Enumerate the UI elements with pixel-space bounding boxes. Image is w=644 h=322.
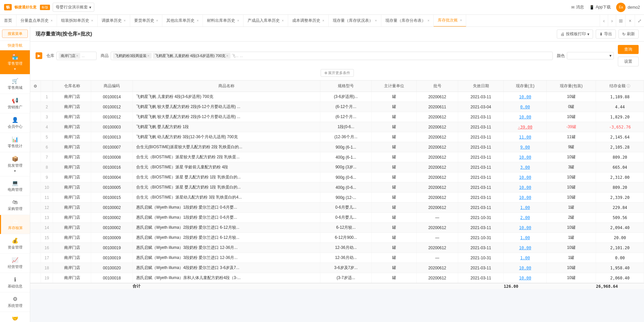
close-icon[interactable]: × <box>197 19 199 22</box>
td-product-name: 合生元（BIOSTIME）派星 婴儿配方奶粉 1段 乳铁蛋白的... <box>132 182 320 193</box>
td-expiry-date: 2021-03-11 <box>458 142 504 152</box>
user-area[interactable]: Ea demo2 <box>616 3 640 12</box>
sidebar-item-marketing[interactable]: 📢 营销推广 <box>0 94 30 113</box>
td-stock-main[interactable]: 10.00 <box>504 182 547 193</box>
td-stock-main[interactable]: 10.00 <box>504 243 547 253</box>
sidebar-item-operations[interactable]: 📈 经营管理 <box>0 254 30 273</box>
basic-info-icon: ℹ <box>14 276 16 283</box>
td-stock-main[interactable]: 10.00 <box>504 152 547 162</box>
close-icon[interactable]: × <box>322 19 324 22</box>
sidebar-item-retail-mall[interactable]: 🛒 零售商城 <box>0 74 30 94</box>
td-expiry-date: 2021-03-11 <box>458 273 504 283</box>
remove-tag-icon[interactable]: × <box>226 54 228 58</box>
refresh-btn[interactable]: ↻ 刷新 <box>619 30 639 39</box>
td-stock-main[interactable]: 10.00 <box>504 273 547 283</box>
close-icon[interactable]: × <box>156 19 158 22</box>
close-icon[interactable]: × <box>460 18 462 22</box>
td-stock-main[interactable]: 0.00 <box>504 102 547 112</box>
td-balance-amt: 2,094.40 <box>596 223 644 233</box>
td-stock-main[interactable]: 10.00 <box>504 193 547 203</box>
tab-liaochuku[interactable]: 材料出库单历史 × <box>203 15 244 27</box>
close-icon[interactable]: × <box>91 19 93 22</box>
td-stock-main[interactable]: 10.00 <box>504 112 547 122</box>
td-stock-main[interactable]: 3.00 <box>504 162 547 172</box>
close-icon[interactable]: × <box>237 19 239 22</box>
tab-fenliangpandian[interactable]: 分量盘点单历史 × <box>16 15 57 27</box>
nav-next-btn[interactable]: › <box>608 15 616 27</box>
td-stock-main[interactable]: 9.00 <box>504 142 547 152</box>
tab-zuzhangchaijian[interactable]: 组装拆卸单历史 × <box>57 15 98 27</box>
td-stock-main[interactable]: 10.00 <box>504 172 547 182</box>
sidebar-item-retail-stats[interactable]: 📊 零售统计 <box>0 133 30 152</box>
nav-maximize-btn[interactable]: ⤢ <box>635 15 644 27</box>
tab-diaobo[interactable]: 调拨单历史 × <box>98 15 130 27</box>
tab-xiancunliang-dist[interactable]: 现存量（库存分布表） × <box>381 15 434 27</box>
td-stock-main[interactable]: 1.00 <box>504 203 547 213</box>
expand-icon: ⊕ <box>324 71 327 75</box>
tab-xiancunliang-status[interactable]: 现存量（库存状况表） × <box>329 15 381 27</box>
nav-close-all-btn[interactable]: × <box>625 15 635 27</box>
sidebar-item-purchase[interactable]: 🛍 采购管理 <box>0 196 30 215</box>
print-btn[interactable]: 🖨 按模板打印 ▾ <box>557 30 593 39</box>
close-icon[interactable]: × <box>282 19 284 22</box>
filter-expand-arrow[interactable]: ▶ <box>36 52 42 59</box>
td-product-code: 00100004 <box>91 172 132 182</box>
warehouse-input[interactable]: 南岸门店 × ... <box>56 52 97 60</box>
remove-tag-icon[interactable]: × <box>147 54 149 58</box>
finance-icon: 💰 <box>12 237 18 244</box>
tab-chengbentiaozhen[interactable]: 成本调整单历史 × <box>288 15 329 27</box>
nav-expand-btn[interactable]: ⊞ <box>616 15 625 27</box>
sidebar-item-finance[interactable]: 💰 资金管理 <box>0 234 30 254</box>
remove-warehouse-tag-icon[interactable]: × <box>76 54 78 58</box>
td-stock-main[interactable]: 11.00 <box>504 132 547 142</box>
sidebar-item-retail-mgmt[interactable]: 🏪 零售管理 ▾ <box>0 50 30 74</box>
tab-qitachuku[interactable]: 其他出库单历史 × <box>162 15 203 27</box>
td-settings <box>30 213 41 223</box>
close-icon[interactable]: × <box>428 19 430 22</box>
query-setting-group: 查询 设置 <box>618 45 639 66</box>
filter-arrow-icon[interactable]: ▶ <box>36 52 42 59</box>
close-icon[interactable]: × <box>124 19 126 22</box>
tab-chanchengpinruku[interactable]: 产成品入库单历史 × <box>244 15 288 27</box>
sidebar-item-enterprise[interactable]: 🤝 企业协同 <box>0 312 30 322</box>
tab-yaohuo[interactable]: 要货单历史 × <box>130 15 163 27</box>
close-icon[interactable]: × <box>51 19 53 22</box>
expand-conditions-btn[interactable]: ⊕ 展开更多条件 <box>321 69 354 77</box>
td-stock-main[interactable]: 10.00 <box>504 263 547 273</box>
nav-prev-btn[interactable]: ‹ <box>600 15 608 27</box>
td-product-code: 00100016 <box>91 162 132 172</box>
messages-btn[interactable]: ✉ 消息 <box>571 4 584 10</box>
product-input[interactable]: 飞鹤奶粉3段两提装 × 飞鹤星飞帆 儿童奶粉 4段(3-6岁适用) 700克 ×… <box>111 52 553 60</box>
sidebar-item-member[interactable]: 👤 会员中心 <box>0 113 30 133</box>
td-stock-main[interactable]: -39.00 <box>504 122 547 132</box>
td-spec: 6-12月900... <box>320 233 372 243</box>
tab-home[interactable]: 首页 <box>0 15 16 27</box>
sidebar-item-basic-info[interactable]: ℹ 基础信息 <box>0 273 30 292</box>
sidebar-item-wholesale[interactable]: 📦 批发管理 ▾ <box>0 152 30 176</box>
td-batch-no: 20200612 <box>417 142 458 152</box>
td-stock-main[interactable]: 1.00 <box>504 253 547 263</box>
info-icon[interactable]: ⓘ <box>627 84 630 88</box>
quick-nav-btn[interactable]: 快捷导航 <box>0 41 30 50</box>
sidebar-item-system[interactable]: ⚙ 系统管理 <box>0 292 30 312</box>
app-download-btn[interactable]: 📱 App下载 <box>589 4 611 10</box>
tab-kucunpici[interactable]: 库存批次账 × <box>434 15 466 27</box>
sidebar-item-ecommerce[interactable]: 💻 电商管理 <box>0 176 30 196</box>
td-stock-main[interactable]: 10.00 <box>504 223 547 233</box>
query-btn[interactable]: 查询 <box>618 45 639 54</box>
export-btn[interactable]: ⬇ 导出 <box>596 30 616 39</box>
th-settings[interactable]: ⚙ <box>30 80 41 92</box>
sidebar-item-inventory[interactable]: 🗂 库存核算 <box>0 215 30 234</box>
td-batch-no: 20200612 <box>417 203 458 213</box>
close-icon[interactable]: × <box>375 19 377 22</box>
product-tag-1: 飞鹤奶粉3段两提装 × <box>113 53 152 59</box>
td-stock-main[interactable]: 10.00 <box>504 92 547 102</box>
td-stock-main[interactable]: 1.00 <box>504 233 547 243</box>
td-stock-main[interactable]: 2.00 <box>504 213 547 223</box>
search-menu-btn[interactable]: 搜索菜单 <box>2 30 28 38</box>
color-input[interactable]: ▾ <box>567 52 614 59</box>
setting-btn[interactable]: 设置 <box>618 57 639 66</box>
account-dropdown[interactable]: 母婴行业演示账套 ▾ <box>53 3 94 12</box>
system-icon: ⚙ <box>13 296 17 302</box>
td-batch-no: — <box>417 233 458 243</box>
